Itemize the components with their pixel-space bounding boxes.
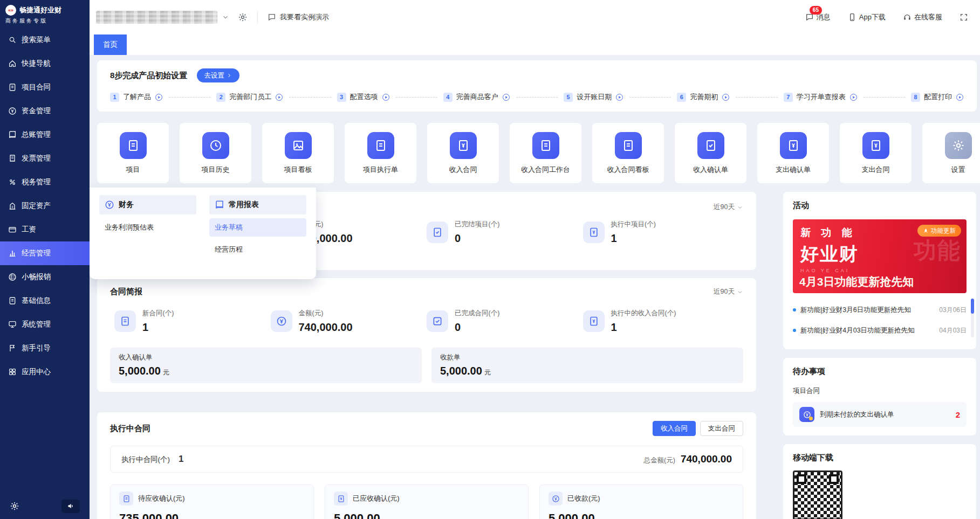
sidebar-item-operations[interactable]: 经营管理 [0, 241, 90, 265]
play-icon[interactable] [382, 93, 390, 101]
expense-contract-icon [862, 132, 889, 159]
running-contracts-card: 执行中合同 收入合同 支出合同 执行中合同(个) 1 总金额(元) [97, 412, 756, 519]
stat-projects-running: 执行中项目(个)1 [583, 220, 739, 245]
income-confirm-subcard: 收入确认单 5,000.00元 [110, 348, 422, 383]
contract-brief-range-select[interactable]: 近90天 [714, 287, 743, 296]
sidebar-item-guide[interactable]: 新手引导 [0, 336, 90, 360]
setup-step[interactable]: 4完善商品客户 [443, 92, 510, 102]
income-workbench-icon [532, 132, 559, 159]
activity-banner[interactable]: 新 功 能 功能更新 好业财 HAO YE CAI 功能 4月3日功能更新抢先知 [793, 219, 967, 293]
sidebar-item-salary[interactable]: 工资 [0, 218, 90, 241]
shortcut-tiles: 项目 项目历史 项目看板 项目执行单 收入合同 收入合同工作台 收入合同看板 收… [97, 123, 980, 183]
activity-title: 活动 [793, 200, 809, 210]
go-setup-button[interactable]: 去设置 [197, 68, 239, 82]
play-icon[interactable] [502, 93, 510, 101]
menu-item-business-draft[interactable]: 业务草稿 [209, 218, 306, 237]
sidebar-item-ledger[interactable]: 总账管理 [0, 123, 90, 147]
stat-contracts-finished: 已完成合同(个)0 [427, 309, 583, 334]
sidebar-item-system[interactable]: 系统管理 [0, 313, 90, 336]
tile-income-confirm[interactable]: 收入确认单 [675, 123, 746, 183]
menu-item-profit-forecast[interactable]: 业务利润预估表 [99, 218, 196, 237]
play-icon[interactable] [275, 93, 283, 101]
settings-gear-icon[interactable] [10, 501, 19, 511]
chevron-right-icon [226, 72, 232, 79]
sidebar-item-fixed-assets[interactable]: 固定资产 [0, 194, 90, 218]
sidebar: «» 畅捷通好业财 商务服务专版 搜索菜单 快捷导航 项目合同 资金管理 总账管… [0, 0, 90, 519]
play-icon[interactable] [722, 93, 730, 101]
tile-income-board[interactable]: 收入合同看板 [592, 123, 664, 183]
scrollbar-thumb[interactable] [971, 299, 974, 314]
gear-icon[interactable] [238, 12, 248, 22]
coin-icon [8, 107, 17, 115]
play-icon[interactable] [956, 93, 964, 101]
income-contract-button[interactable]: 收入合同 [653, 421, 696, 436]
expense-contract-button[interactable]: 支出合同 [700, 421, 743, 436]
sidebar-menu: 搜索菜单 快捷导航 项目合同 资金管理 总账管理 发票管理 税务管理 固定资产 … [0, 27, 90, 493]
sidebar-item-funds[interactable]: 资金管理 [0, 99, 90, 123]
sidebar-item-quick-nav[interactable]: 快捷导航 [0, 52, 90, 75]
setup-step[interactable]: 8配置打印 [911, 92, 964, 102]
app-window: «» 畅捷通好业财 商务服务专版 搜索菜单 快捷导航 项目合同 资金管理 总账管… [0, 0, 980, 519]
tile-project[interactable]: 项目 [97, 123, 169, 183]
tile-income-contract[interactable]: 收入合同 [427, 123, 499, 183]
wallet-icon [8, 225, 17, 234]
sidebar-item-invoice[interactable]: 发票管理 [0, 147, 90, 170]
tile-project-exec[interactable]: 项目执行单 [345, 123, 416, 183]
check-square-icon [427, 310, 448, 332]
mobile-download-card: 移动端下载 [783, 444, 976, 519]
feature-update-button[interactable]: 功能更新 [917, 225, 961, 237]
sidebar-item-search-menu[interactable]: 搜索菜单 [0, 28, 90, 52]
setup-step[interactable]: 6完善期初 [677, 92, 730, 102]
flag-icon [8, 344, 17, 352]
popup-finance-header: 财务 [99, 195, 196, 214]
sidebar-item-basic-info[interactable]: 基础信息 [0, 289, 90, 313]
menu-item-business-history[interactable]: 经营历程 [209, 240, 306, 259]
tile-project-board[interactable]: 项目看板 [262, 123, 334, 183]
topbar: 我要看实例演示 65 消息 App下载 在线客服 [90, 0, 980, 34]
todo-item[interactable]: 到期未付款的支出确认单 2 [793, 402, 967, 427]
play-icon[interactable] [849, 93, 858, 101]
fullscreen-button[interactable] [960, 13, 968, 22]
qr-code [793, 470, 842, 519]
sidebar-item-app-center[interactable]: 应用中心 [0, 360, 90, 384]
play-icon[interactable] [615, 93, 623, 101]
step-connector [289, 97, 331, 98]
building-icon [8, 202, 17, 210]
news-item[interactable]: 新功能|好业财3月6日功能更新抢先知 03月06日 [793, 300, 967, 320]
setup-step[interactable]: 2完善部门员工 [216, 92, 283, 102]
app-download-button[interactable]: App下载 [848, 12, 886, 22]
headset-icon [903, 13, 912, 22]
tile-settings[interactable]: 设置 [922, 123, 980, 183]
stat-new-contracts: 新合同(个)1 [114, 309, 271, 334]
tile-expense-contract[interactable]: 支出合同 [840, 123, 912, 183]
tile-expense-confirm[interactable]: 支出确认单 [757, 123, 829, 183]
messages-button[interactable]: 65 消息 [805, 12, 831, 22]
sidebar-item-project-contract[interactable]: 项目合同 [0, 75, 90, 99]
invoice-icon [8, 154, 17, 163]
scrollbar[interactable] [971, 299, 974, 337]
tab-home[interactable]: 首页 [94, 34, 127, 55]
setup-step[interactable]: 1了解产品 [110, 92, 163, 102]
yen-badge-icon [799, 407, 814, 422]
tile-project-history[interactable]: 项目历史 [180, 123, 251, 183]
todo-group-label: 项目合同 [793, 386, 967, 396]
setup-step[interactable]: 5设开账日期 [564, 92, 623, 102]
news-item[interactable]: 新功能|好业财4月03日功能更新抢先知 04月03日 [793, 320, 967, 341]
setup-step[interactable]: 3配置选项 [337, 92, 390, 102]
announcement-button[interactable] [61, 500, 80, 513]
play-icon[interactable] [155, 93, 163, 101]
ledger-icon [8, 130, 17, 139]
coin-icon [549, 492, 563, 506]
project-brief-range-select[interactable]: 近90天 [714, 203, 743, 212]
tile-income-workbench[interactable]: 收入合同工作台 [510, 123, 581, 183]
sidebar-item-reimburse[interactable]: 小畅报销 [0, 265, 90, 289]
check-doc-icon [427, 222, 448, 243]
sidebar-item-tax[interactable]: 税务管理 [0, 170, 90, 194]
bullet-dot-icon [793, 329, 796, 332]
demo-link[interactable]: 我要看实例演示 [268, 12, 329, 22]
expand-icon [960, 13, 968, 22]
info-doc-icon [8, 296, 17, 305]
online-support-button[interactable]: 在线客服 [903, 12, 942, 22]
setup-step[interactable]: 7学习开单查报表 [784, 92, 858, 102]
org-selector[interactable] [96, 11, 229, 24]
